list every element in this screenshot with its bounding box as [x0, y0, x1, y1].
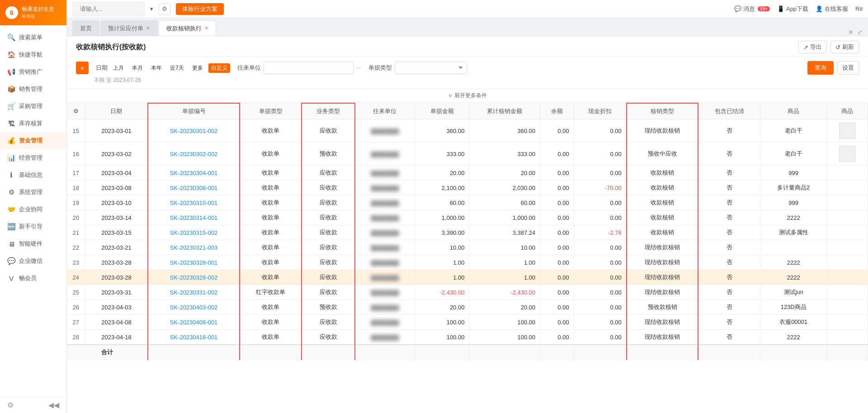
cell-doc-no: SK-20230301-002 [148, 119, 239, 142]
topbar-search-input[interactable] [76, 3, 149, 15]
cell-date: 2023-03-28 [85, 270, 148, 285]
sidebar-label-sales: 销售管理 [19, 85, 42, 93]
sidebar-item-finance[interactable]: 💰资金管理 [0, 132, 66, 149]
cell-product: 测试jun [760, 285, 827, 300]
doc-no-link[interactable]: SK-20230331-002 [170, 289, 218, 296]
sidebar-item-hardware[interactable]: 🖥智能硬件 [0, 235, 66, 252]
sidebar-item-sales[interactable]: 📦销售管理 [0, 81, 66, 98]
cell-doc-type: 收款单 [240, 210, 302, 225]
cell-verify-type: 收款核销 [627, 166, 698, 180]
collapse-icon[interactable]: ◀◀ [48, 401, 59, 409]
sidebar-item-basic[interactable]: ℹ基础信息 [0, 166, 66, 184]
sidebar-item-search[interactable]: 🔍搜索菜单 [0, 29, 66, 46]
filter-expand-icon[interactable]: » [76, 62, 89, 74]
tab-home[interactable]: 首页 [72, 20, 99, 36]
doc-no-link[interactable]: SK-20230408-001 [170, 319, 218, 326]
filter-doc-type: 单据类型 [368, 62, 467, 74]
filter-settings-btn[interactable]: 设置 [837, 61, 859, 75]
cell-date: 2023-04-03 [85, 300, 148, 315]
th-settings[interactable]: ⚙ [67, 103, 85, 119]
online-service-item[interactable]: 👤 在线客服 [816, 5, 848, 13]
industry-solution-btn[interactable]: 体验行业方案 [176, 3, 224, 15]
doc-no-link[interactable]: SK-20230418-001 [170, 334, 218, 341]
sidebar-item-member[interactable]: V畅会员 [0, 270, 66, 287]
sidebar-item-operations[interactable]: 📊经营管理 [0, 149, 66, 166]
cell-doc-type: 收款单 [240, 330, 302, 345]
date-this-month[interactable]: 本月 [129, 63, 146, 73]
cell-verified: 100.00 [469, 330, 540, 345]
doc-no-link[interactable]: SK-20230328-002 [170, 274, 218, 281]
cell-biz-type: 应收款 [302, 180, 354, 195]
topbar-search-wrapper[interactable] [72, 2, 145, 16]
cell-product-img [827, 195, 868, 210]
expand-conditions-bar: ∨ 展开更多条件 [67, 89, 868, 103]
cell-balance: 0.00 [540, 270, 574, 285]
data-table: ⚙ 日期 单据编号 单据类型 业务类型 往来单位 单据金额 累计核销金额 余额 … [67, 103, 868, 360]
app-download-item[interactable]: 📱 App下载 [777, 5, 808, 13]
cell-discount: -2.76 [574, 225, 626, 240]
doc-no-link[interactable]: SK-20230315-002 [170, 229, 218, 236]
query-btn[interactable]: 查询 [807, 61, 834, 75]
tab-close-all-btn[interactable]: ✕ [848, 28, 854, 36]
doc-no-link[interactable]: SK-20230328-001 [170, 259, 218, 266]
expand-conditions-btn[interactable]: ∨ 展开更多条件 [448, 92, 486, 99]
doc-no-link[interactable]: SK-20230310-001 [170, 199, 218, 206]
cell-verified: 20.00 [469, 166, 540, 180]
cell-doc-no: SK-20230302-002 [148, 142, 239, 166]
doc-no-link[interactable]: SK-20230308-001 [170, 185, 218, 191]
sidebar-item-wechat[interactable]: 💬企业微信 [0, 252, 66, 270]
cell-index: 19 [67, 195, 85, 210]
doc-type-select[interactable] [395, 62, 467, 74]
cell-amount: 20.00 [415, 166, 469, 180]
date-last-month[interactable]: 上月 [110, 63, 127, 73]
table-row: 22 2023-03-21 SK-20230321-003 收款单 应收款 ██… [67, 240, 868, 255]
cell-biz-type: 应收款 [302, 330, 354, 345]
topbar-dropdown[interactable]: ▾ [150, 5, 153, 12]
sidebar-item-guide[interactable]: 🆕新手引导 [0, 218, 66, 235]
th-balance: 余额 [540, 103, 574, 119]
tab-collection[interactable]: 收款核销执行✕ [159, 20, 216, 36]
doc-no-link[interactable]: SK-20230321-003 [170, 244, 218, 251]
doc-no-link[interactable]: SK-20230403-002 [170, 304, 218, 311]
cell-date: 2023-03-08 [85, 180, 148, 195]
user-name[interactable]: Rit [855, 5, 863, 12]
refresh-btn[interactable]: ↺ 刷新 [830, 41, 859, 53]
cell-date: 2023-03-28 [85, 255, 148, 270]
cell-balance: 0.00 [540, 210, 574, 225]
sidebar-item-purchase[interactable]: 🛒采购管理 [0, 98, 66, 115]
table-row: 21 2023-03-15 SK-20230315-002 收款单 应收款 ██… [67, 225, 868, 240]
date-7days[interactable]: 近7天 [167, 63, 187, 73]
partner-input[interactable] [264, 62, 354, 74]
date-this-year[interactable]: 本年 [148, 63, 165, 73]
topbar-gear-btn[interactable]: ⚙ [159, 3, 170, 15]
sidebar-item-enterprise[interactable]: 🤝企业协同 [0, 201, 66, 218]
cell-verified: 10.00 [469, 240, 540, 255]
date-custom[interactable]: 自定义 [208, 63, 230, 73]
sidebar-item-inventory[interactable]: 🏗库存核算 [0, 115, 66, 132]
doc-no-link[interactable]: SK-20230302-002 [170, 151, 218, 157]
cell-amount: 2,100.00 [415, 180, 469, 195]
cell-amount: 333.00 [415, 142, 469, 166]
export-icon: ↗ [803, 44, 808, 51]
sidebar-item-quicknav[interactable]: 🏠快捷导航 [0, 46, 66, 63]
cell-discount: 0.00 [574, 255, 626, 270]
settings-icon[interactable]: ⚙ [7, 401, 14, 409]
doc-no-link[interactable]: SK-20230314-001 [170, 214, 218, 221]
sidebar-item-marketing[interactable]: 📢营销推广 [0, 63, 66, 81]
cell-included: 否 [698, 225, 760, 240]
cell-product: 2222 [760, 270, 827, 285]
doc-no-link[interactable]: SK-20230301-002 [170, 128, 218, 134]
sidebar-label-operations: 经营管理 [19, 154, 42, 162]
date-more[interactable]: 更多 [189, 63, 206, 73]
tab-expand-btn[interactable]: ⤢ [857, 28, 863, 36]
export-btn[interactable]: ↗ 导出 [798, 41, 827, 53]
tab-pending[interactable]: 预计应应付单✕ [100, 20, 158, 36]
tab-close-pending[interactable]: ✕ [146, 25, 150, 31]
cell-product: 老白干 [760, 142, 827, 166]
filter-more-dots[interactable]: ··· [357, 65, 361, 71]
sidebar-item-system[interactable]: ⚙系统管理 [0, 184, 66, 201]
cell-included: 否 [698, 300, 760, 315]
notification-item[interactable]: 💬 消息 99+ [734, 5, 770, 13]
tab-close-collection[interactable]: ✕ [204, 25, 208, 31]
doc-no-link[interactable]: SK-20230304-001 [170, 170, 218, 176]
